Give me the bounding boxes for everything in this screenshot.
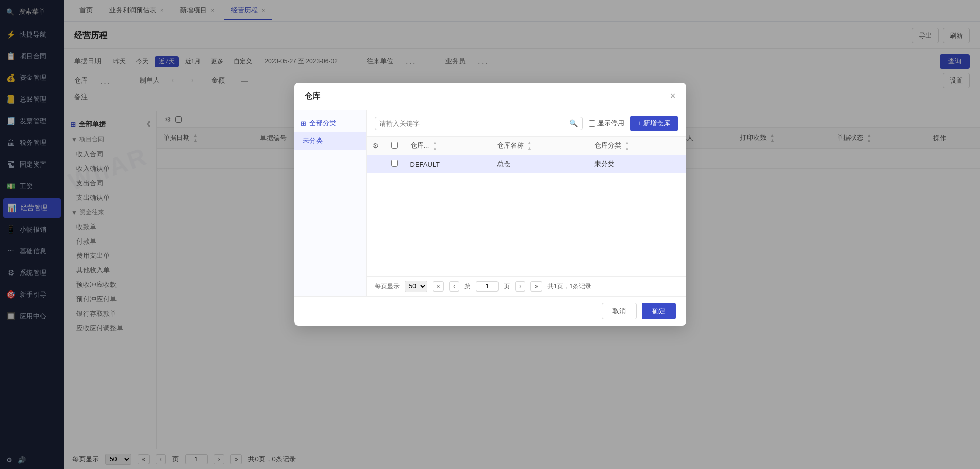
modal-search-icon: 🔍: [569, 119, 578, 127]
modal-row-settings: [367, 155, 385, 173]
modal-toolbar: 🔍 显示停用 + 新增仓库: [367, 110, 686, 137]
modal-row-category: 未分类: [588, 155, 686, 173]
modal-pagination: 每页显示 50 « ‹ 第 页 › » 共1页，1条记录: [367, 276, 686, 296]
modal-row-name: 总仓: [491, 155, 588, 173]
show-disabled-text: 显示停用: [597, 119, 624, 128]
show-disabled-checkbox[interactable]: [589, 120, 595, 127]
modal-next-page[interactable]: ›: [515, 281, 525, 292]
modal-last-page[interactable]: »: [530, 281, 542, 292]
all-category-label: 全部分类: [309, 119, 336, 128]
modal-table-row[interactable]: DEFAULT 总仓 未分类: [367, 155, 686, 173]
modal-right-panel: 🔍 显示停用 + 新增仓库 ⚙: [367, 110, 686, 296]
sort-modal-name[interactable]: ▲▼: [527, 141, 532, 151]
modal-all-category[interactable]: ⊞ 全部分类: [294, 115, 366, 132]
modal-total-info: 共1页，1条记录: [547, 282, 591, 291]
modal-actions: 取消 确定: [294, 296, 686, 326]
modal-table-header: ⚙ 仓库... ▲▼ 仓库名称 ▲▼: [367, 137, 686, 155]
modal-prev-page[interactable]: ‹: [449, 281, 459, 292]
modal-table-wrap: ⚙ 仓库... ▲▼ 仓库名称 ▲▼: [367, 137, 686, 276]
modal-search-box: 🔍: [375, 117, 583, 130]
sort-modal-category[interactable]: ▲▼: [625, 141, 629, 151]
modal-table: ⚙ 仓库... ▲▼ 仓库名称 ▲▼: [367, 137, 686, 173]
modal-search-input[interactable]: [379, 120, 570, 127]
show-disabled-label[interactable]: 显示停用: [589, 119, 624, 128]
modal-page-label-pre: 第: [464, 282, 471, 291]
add-warehouse-button[interactable]: + 新增仓库: [630, 116, 677, 131]
modal-col-name: 仓库名称 ▲▼: [491, 137, 588, 155]
modal-title: 仓库: [305, 91, 320, 101]
confirm-button[interactable]: 确定: [642, 303, 676, 319]
warehouse-modal: 仓库 × ⊞ 全部分类 未分类 🔍 显示停用 + 新增仓库: [294, 83, 686, 326]
modal-col-settings: ⚙: [367, 137, 385, 155]
modal-col-category: 仓库分类 ▲▼: [588, 137, 686, 155]
modal-col-checkbox: [385, 137, 404, 155]
modal-row-code: DEFAULT: [404, 155, 491, 173]
modal-col-code: 仓库... ▲▼: [404, 137, 491, 155]
modal-uncategorized[interactable]: 未分类: [294, 132, 366, 150]
modal-per-page-select[interactable]: 50: [405, 281, 427, 292]
modal-first-page[interactable]: «: [433, 281, 444, 292]
modal-page-input[interactable]: [476, 281, 499, 292]
modal-close-button[interactable]: ×: [670, 91, 676, 102]
sort-modal-code[interactable]: ▲▼: [433, 141, 437, 151]
modal-body: ⊞ 全部分类 未分类 🔍 显示停用 + 新增仓库: [294, 110, 686, 296]
cancel-button[interactable]: 取消: [602, 303, 637, 319]
modal-header: 仓库 ×: [294, 83, 686, 110]
modal-page-label: 页: [504, 282, 510, 291]
col-settings-icon[interactable]: ⚙: [373, 142, 379, 150]
modal-left-panel: ⊞ 全部分类 未分类: [294, 110, 367, 296]
modal-row-checkbox: [385, 155, 404, 173]
all-category-icon: ⊞: [301, 120, 306, 127]
modal-select-all[interactable]: [391, 142, 398, 149]
modal-row-select[interactable]: [391, 160, 398, 167]
modal-per-page-label: 每页显示: [375, 282, 400, 291]
